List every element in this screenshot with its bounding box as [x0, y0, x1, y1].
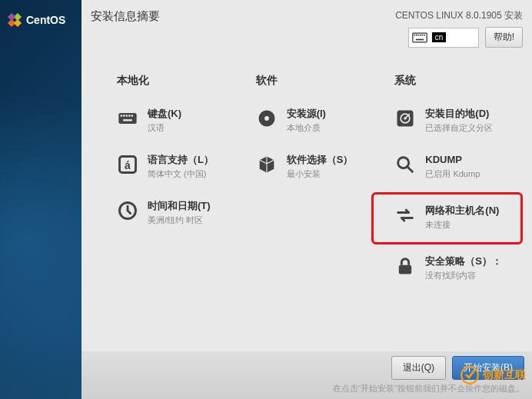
svg-text:á: á	[125, 159, 131, 171]
label: 软件选择（S）	[287, 154, 354, 167]
body: 本地化 键盘(K)汉语 á 语言支持（L）简体中文 (中国) 时间和日期(T)美…	[81, 48, 532, 399]
status: 简体中文 (中国)	[148, 168, 214, 180]
status: 美洲/纽约 时区	[148, 214, 211, 226]
svg-rect-6	[416, 34, 417, 35]
sidebar: CentOS	[0, 0, 81, 399]
svg-rect-14	[123, 115, 125, 116]
footer-hint: 在点击“开始安装”按钮前我们并不会操作您的磁盘。	[89, 383, 524, 394]
magnifier-icon	[394, 154, 416, 175]
svg-rect-15	[126, 115, 128, 116]
language-icon: á	[117, 154, 138, 175]
spoke-security[interactable]: 安全策略（S）：没有找到内容	[394, 255, 518, 281]
spoke-software-selection[interactable]: 软件选择（S）最小安装	[256, 154, 380, 180]
keyboard-icon	[412, 32, 427, 43]
clock-icon	[117, 200, 138, 221]
status: 汉语	[148, 122, 181, 134]
label: 语言支持（L）	[148, 154, 214, 167]
page-title: 安装信息摘要	[91, 9, 160, 24]
svg-rect-7	[417, 34, 419, 35]
brand-text: CentOS	[26, 14, 65, 26]
product-line: CENTOS LINUX 8.0.1905 安装	[395, 9, 523, 22]
spoke-datetime[interactable]: 时间和日期(T)美洲/纽约 时区	[117, 200, 241, 226]
help-button[interactable]: 帮助!	[485, 27, 523, 48]
header-right: CENTOS LINUX 8.0.1905 安装 cn 帮助!	[395, 9, 523, 48]
svg-rect-10	[424, 34, 425, 35]
spoke-keyboard[interactable]: 键盘(K)汉语	[117, 108, 241, 134]
status: 没有找到内容	[425, 270, 502, 281]
svg-rect-9	[421, 34, 423, 35]
kb-badge: cn	[432, 32, 447, 42]
label: 安装源(I)	[287, 108, 326, 121]
status: 已选择自定义分区	[425, 122, 493, 134]
status: 最小安装	[287, 168, 354, 180]
label: 网络和主机名(N)	[425, 204, 499, 218]
col-localization: 本地化 键盘(K)汉语 á 语言支持（L）简体中文 (中国) 时间和日期(T)美…	[117, 74, 241, 301]
disk-icon	[394, 108, 416, 129]
status: 本地介质	[287, 122, 326, 134]
label: KDUMP	[425, 154, 480, 167]
main-pane: 安装信息摘要 CENTOS LINUX 8.0.1905 安装 cn 帮助!	[81, 0, 532, 399]
label: 时间和日期(T)	[148, 200, 211, 213]
svg-rect-18	[123, 119, 132, 121]
spoke-install-source[interactable]: 安装源(I)本地介质	[256, 108, 380, 134]
spoke-kdump[interactable]: KDUMP已启用 Kdump	[394, 154, 518, 180]
svg-rect-16	[128, 115, 130, 116]
col-heading-system: 系统	[394, 74, 518, 88]
svg-rect-3	[14, 19, 22, 27]
svg-rect-28	[399, 265, 411, 274]
svg-rect-5	[414, 34, 415, 35]
brand: CentOS	[0, 12, 81, 28]
footer: 退出(Q) 开始安装(B) 在点击“开始安装”按钮前我们并不会操作您的磁盘。	[81, 351, 532, 399]
keyboard-indicator[interactable]: cn	[408, 28, 479, 48]
spoke-network[interactable]: 网络和主机名(N)未连接	[388, 200, 518, 235]
lock-icon	[394, 255, 416, 277]
disc-icon	[256, 108, 278, 129]
centos-logo-icon	[6, 12, 23, 28]
begin-install-button[interactable]: 开始安装(B)	[452, 356, 524, 380]
svg-rect-2	[8, 13, 15, 21]
spoke-destination[interactable]: 安装目的地(D)已选择自定义分区	[394, 108, 518, 134]
package-icon	[256, 154, 278, 175]
keyboard-icon	[117, 108, 138, 129]
arrows-icon	[394, 204, 416, 226]
svg-rect-11	[416, 38, 424, 40]
spoke-language[interactable]: á 语言支持（L）简体中文 (中国)	[117, 154, 241, 180]
status: 未连接	[425, 219, 499, 231]
col-software: 软件 安装源(I)本地介质 软件选择（S）最小安装	[256, 74, 380, 301]
svg-rect-12	[118, 113, 136, 124]
svg-rect-8	[420, 34, 421, 35]
col-heading-local: 本地化	[117, 74, 241, 88]
quit-button[interactable]: 退出(Q)	[391, 356, 446, 380]
svg-point-23	[264, 116, 269, 121]
svg-rect-13	[121, 115, 122, 116]
status: 已启用 Kdump	[425, 168, 480, 180]
col-system: 系统 安装目的地(D)已选择自定义分区 KDUMP已启用 Kdump 网络和主机…	[394, 74, 518, 301]
label: 安装目的地(D)	[425, 108, 493, 121]
header: 安装信息摘要 CENTOS LINUX 8.0.1905 安装 cn 帮助!	[81, 0, 532, 48]
col-heading-software: 软件	[256, 74, 380, 88]
label: 安全策略（S）：	[425, 255, 502, 268]
label: 键盘(K)	[148, 108, 181, 121]
svg-rect-17	[131, 115, 133, 116]
